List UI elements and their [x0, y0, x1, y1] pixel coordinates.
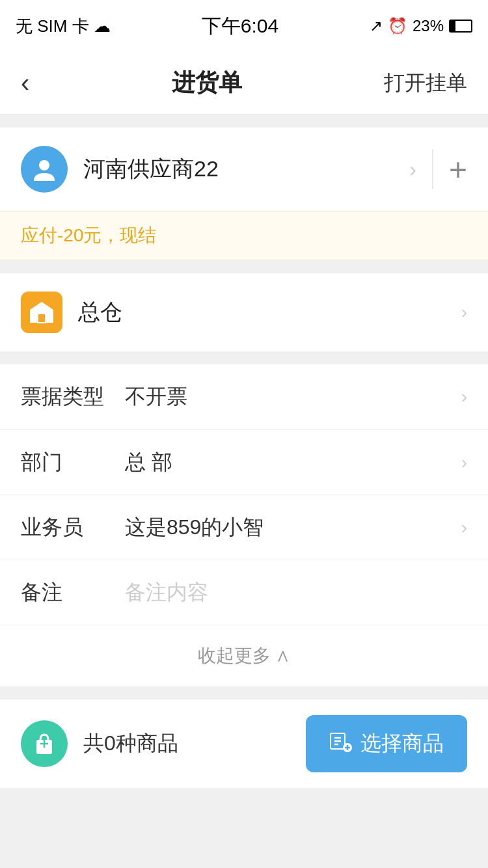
department-chevron-icon: › — [461, 452, 467, 473]
alarm-icon: ⏰ — [388, 17, 407, 35]
product-count: 共0种商品 — [83, 729, 290, 758]
info-banner: 应付-20元，现结 — [0, 211, 488, 260]
invoice-type-value: 不开票 — [112, 383, 461, 411]
supplier-row[interactable]: 河南供应商22 › + — [0, 128, 488, 211]
salesperson-chevron-icon: › — [461, 517, 467, 538]
supplier-avatar — [21, 146, 68, 193]
warehouse-icon-wrap — [21, 292, 62, 333]
product-section: 共0种商品 选择商品 — [0, 699, 488, 788]
page-title: 进货单 — [172, 67, 242, 99]
svg-point-0 — [39, 160, 49, 170]
department-label: 部门 — [21, 448, 112, 477]
svg-rect-2 — [38, 314, 46, 323]
status-time: 下午6:04 — [202, 13, 278, 40]
status-bar: 无 SIM 卡 ☁ 下午6:04 ↗ ⏰ 23% — [0, 0, 488, 52]
info-text: 应付-20元，现结 — [21, 225, 156, 245]
product-bag-icon-wrap — [21, 720, 68, 767]
select-product-icon — [329, 729, 353, 758]
bottom-space — [0, 788, 488, 868]
section-divider-1 — [0, 115, 488, 128]
nav-bar: ‹ 进货单 打开挂单 — [0, 52, 488, 115]
battery-icon — [449, 20, 472, 33]
supplier-chevron-icon: › — [409, 157, 416, 182]
supplier-name: 河南供应商22 — [83, 154, 409, 184]
salesperson-value: 这是859的小智 — [112, 513, 461, 542]
back-button[interactable]: ‹ — [21, 68, 29, 98]
add-supplier-button[interactable]: + — [449, 152, 467, 187]
bag-icon — [31, 731, 57, 757]
warehouse-icon — [29, 301, 55, 324]
person-icon — [31, 156, 57, 182]
collapse-row[interactable]: 收起更多 ∧ — [0, 625, 488, 686]
remark-label: 备注 — [21, 578, 112, 607]
department-value: 总 部 — [112, 448, 461, 477]
warehouse-row[interactable]: 总仓 › — [0, 273, 488, 351]
section-divider-2 — [0, 260, 488, 273]
salesperson-label: 业务员 — [21, 513, 112, 542]
open-pending-button[interactable]: 打开挂单 — [384, 69, 467, 98]
status-network: 无 SIM 卡 ☁ — [16, 15, 111, 38]
supplier-section: 河南供应商22 › + 应付-20元，现结 — [0, 128, 488, 260]
department-row[interactable]: 部门 总 部 › — [0, 429, 488, 495]
remark-value[interactable]: 备注内容 — [112, 578, 467, 607]
location-icon: ↗ — [370, 17, 383, 35]
battery-text: 23% — [413, 17, 444, 35]
invoice-type-chevron-icon: › — [461, 387, 467, 407]
section-divider-3 — [0, 351, 488, 364]
warehouse-chevron-icon: › — [461, 302, 467, 323]
collapse-text: 收起更多 ∧ — [198, 644, 291, 668]
salesperson-row[interactable]: 业务员 这是859的小智 › — [0, 495, 488, 560]
status-battery: ↗ ⏰ 23% — [370, 17, 472, 35]
invoice-type-label: 票据类型 — [21, 383, 112, 411]
select-product-button[interactable]: 选择商品 — [306, 715, 467, 772]
form-section: 票据类型 不开票 › 部门 总 部 › 业务员 这是859的小智 › 备注 备注… — [0, 364, 488, 686]
warehouse-name: 总仓 — [78, 297, 461, 327]
select-product-label: 选择商品 — [360, 729, 444, 758]
remark-row[interactable]: 备注 备注内容 — [0, 560, 488, 625]
svg-marker-3 — [30, 302, 53, 310]
supplier-divider — [432, 150, 433, 189]
invoice-type-row[interactable]: 票据类型 不开票 › — [0, 364, 488, 429]
